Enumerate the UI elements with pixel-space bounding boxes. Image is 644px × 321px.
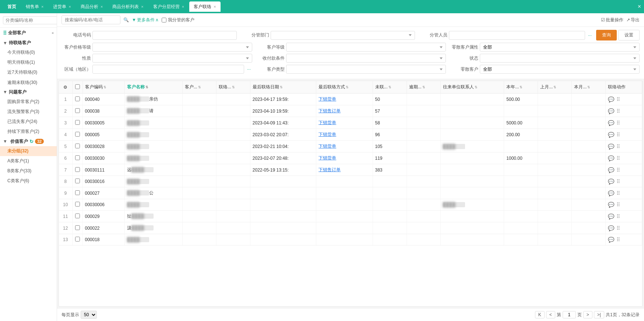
row-last-method[interactable]: 下销售订单 (316, 105, 373, 117)
row-checkbox[interactable] (75, 214, 80, 218)
sidebar-item-overdue[interactable]: 逾期未联络(30) (0, 78, 57, 88)
tab-customer-mgmt[interactable]: 客户分层经营 × (149, 1, 189, 12)
row-last-method[interactable]: 下销货单 (316, 141, 373, 152)
export-button[interactable]: ↗ 导出 (626, 17, 640, 23)
page-number-input[interactable] (563, 311, 576, 318)
chat-icon[interactable]: 💬 (608, 190, 614, 196)
row-last-method[interactable] (316, 234, 373, 246)
row-checkbox[interactable] (75, 132, 80, 137)
col-customer-type[interactable]: 客户...⇅ (182, 81, 216, 94)
chat-icon[interactable]: 💬 (608, 155, 614, 161)
row-check[interactable] (72, 164, 82, 176)
first-page-btn[interactable]: K (535, 311, 545, 318)
row-action-icons[interactable]: 💬⠿ (606, 105, 642, 117)
sidebar-item-class-c[interactable]: C类客户(6) (0, 176, 57, 186)
col-check-all[interactable] (72, 81, 82, 94)
row-action-icons[interactable]: 💬⠿ (606, 152, 642, 164)
grid-icon[interactable]: ⠿ (616, 225, 620, 231)
phone-input[interactable] (92, 31, 237, 40)
retail-customer-select[interactable]: 全部 (480, 65, 640, 74)
row-method-link[interactable]: 下销售订单 (319, 108, 341, 113)
more-conditions-btn[interactable]: ▼ 更多条件 ∧ (132, 17, 159, 23)
staff-more-icon[interactable]: ··· (587, 33, 593, 38)
row-checkbox[interactable] (75, 144, 80, 148)
price-level-select[interactable] (92, 43, 252, 52)
row-last-method[interactable]: 下销货单 (316, 152, 373, 164)
row-check[interactable] (72, 129, 82, 141)
chat-icon[interactable]: 💬 (608, 237, 614, 243)
row-check[interactable] (72, 176, 82, 187)
row-checkbox[interactable] (75, 237, 80, 241)
sidebar-item-churn-risk[interactable]: 流失预警客户(3) (0, 107, 57, 117)
row-last-method[interactable]: 下销货单 (316, 94, 373, 105)
row-action-icons[interactable]: 💬⠿ (606, 211, 642, 222)
row-check[interactable] (72, 234, 82, 246)
tab-customer-contact[interactable]: 客户联络 × (189, 1, 220, 12)
sidebar-item-lost[interactable]: 已流失客户(24) (0, 117, 57, 127)
row-action-icons[interactable]: 💬⠿ (606, 176, 642, 187)
staff-input[interactable] (449, 31, 585, 40)
row-last-method[interactable] (316, 222, 373, 234)
row-action-icons[interactable]: 💬⠿ (606, 117, 642, 129)
tab-customer-mgmt-close[interactable]: × (182, 4, 184, 9)
row-check[interactable] (72, 105, 82, 117)
row-check[interactable] (72, 199, 82, 211)
row-last-method[interactable] (316, 176, 373, 187)
search-input[interactable] (61, 15, 120, 24)
col-this-year[interactable]: 本年...⇅ (504, 81, 538, 94)
chat-icon[interactable]: 💬 (608, 202, 614, 208)
row-check[interactable] (72, 222, 82, 234)
sidebar-search-input[interactable] (3, 16, 57, 24)
dept-select[interactable] (271, 31, 415, 40)
nature-select[interactable] (92, 54, 252, 63)
row-method-link[interactable]: 下销货单 (319, 120, 336, 125)
row-last-method[interactable]: 下销货单 (316, 117, 373, 129)
chat-icon[interactable]: 💬 (608, 96, 614, 102)
my-customers-filter[interactable]: 我分管的客户 (162, 17, 194, 23)
row-action-icons[interactable]: 💬⠿ (606, 234, 642, 246)
row-check[interactable] (72, 187, 82, 199)
sidebar-item-declining[interactable]: 持续下滑客户(2) (0, 127, 57, 137)
col-customer-name[interactable]: 客户名称⇅ (125, 81, 183, 94)
tab-customer-contact-close[interactable]: × (214, 4, 216, 9)
per-page-select[interactable]: 50 (81, 311, 97, 319)
sidebar-item-class-b[interactable]: B类客户(33) (0, 166, 57, 176)
grid-icon[interactable]: ⠿ (616, 167, 620, 173)
tab-home[interactable]: 首页 (3, 1, 21, 12)
tab-purchase[interactable]: 进货单 × (49, 1, 75, 12)
col-unit-contacts[interactable]: 往来单位联系人⇅ (440, 81, 504, 94)
next-page-btn[interactable]: > (583, 311, 592, 318)
close-all-tabs[interactable]: × (638, 3, 641, 10)
row-method-link[interactable]: 下销货单 (319, 96, 336, 102)
row-check[interactable] (72, 152, 82, 164)
prev-page-btn[interactable]: < (546, 311, 555, 318)
col-this-month[interactable]: 本月...⇅ (572, 81, 606, 94)
last-page-btn[interactable]: >| (594, 311, 604, 318)
row-last-method[interactable] (316, 187, 373, 199)
row-check[interactable] (72, 94, 82, 105)
grid-icon[interactable]: ⠿ (616, 237, 620, 243)
retail-attr-select[interactable]: 全部 (480, 43, 640, 52)
row-action-icons[interactable]: 💬⠿ (606, 199, 642, 211)
check-all-checkbox[interactable] (75, 84, 80, 89)
row-check[interactable] (72, 211, 82, 222)
row-action-icons[interactable]: 💬⠿ (606, 164, 642, 176)
grid-icon[interactable]: ⠿ (616, 132, 620, 138)
row-method-link[interactable]: 下销货单 (319, 144, 336, 149)
row-checkbox[interactable] (75, 179, 80, 183)
grid-icon[interactable]: ⠿ (616, 202, 620, 208)
col-last-contact-method[interactable]: 最后联络方式⇅ (316, 81, 373, 94)
payment-select[interactable] (286, 54, 446, 63)
chat-icon[interactable]: 💬 (608, 225, 614, 231)
chat-icon[interactable]: 💬 (608, 132, 614, 138)
tab-sales-close[interactable]: × (41, 4, 43, 9)
row-checkbox[interactable] (75, 202, 80, 207)
chat-icon[interactable]: 💬 (608, 120, 614, 126)
col-last-month[interactable]: 上月...⇅ (538, 81, 572, 94)
row-last-method[interactable]: 下销售订单 (316, 164, 373, 176)
col-contact[interactable]: 联络...⇅ (216, 81, 250, 94)
row-checkbox[interactable] (75, 108, 80, 113)
row-last-method[interactable]: 下销货单 (316, 129, 373, 141)
sidebar-item-class-a[interactable]: A类客户(1) (0, 156, 57, 166)
col-not-contacted[interactable]: 未联...⇅ (373, 81, 407, 94)
